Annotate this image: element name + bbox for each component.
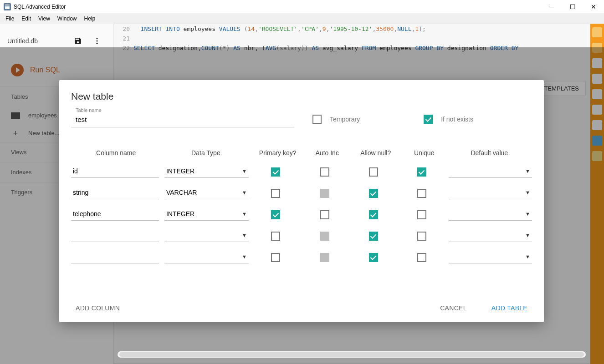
header-column-name: Column name bbox=[71, 149, 161, 157]
default-value-select[interactable] bbox=[449, 166, 532, 178]
data-type-select[interactable] bbox=[164, 251, 249, 263]
unique-checkbox[interactable] bbox=[417, 210, 426, 219]
header-unique: Unique bbox=[402, 149, 447, 157]
primary-key-checkbox[interactable] bbox=[271, 210, 280, 219]
header-primary-key: Primary key? bbox=[251, 149, 305, 157]
window-maximize-button[interactable]: ☐ bbox=[562, 0, 583, 14]
temporary-label: Temporary bbox=[330, 116, 360, 123]
primary-key-checkbox[interactable] bbox=[271, 232, 280, 241]
primary-key-checkbox[interactable] bbox=[271, 253, 280, 262]
data-type-select[interactable] bbox=[164, 208, 249, 221]
unique-checkbox[interactable] bbox=[417, 189, 426, 198]
menu-help[interactable]: Help bbox=[81, 15, 99, 22]
auto-inc-checkbox[interactable] bbox=[320, 167, 329, 177]
column-row: ▼▼ bbox=[71, 166, 532, 178]
primary-key-checkbox[interactable] bbox=[271, 189, 280, 198]
menu-bar: File Edit View Window Help bbox=[0, 14, 604, 24]
code-line-21 bbox=[133, 34, 590, 43]
svg-point-0 bbox=[97, 38, 98, 39]
work-area: Untitled.db Run SQL Tables employees + N… bbox=[0, 24, 604, 364]
header-auto-inc: Auto Inc bbox=[305, 149, 350, 157]
if-not-exists-label: If not exists bbox=[441, 116, 473, 123]
database-name: Untitled.db bbox=[5, 37, 72, 45]
add-table-button[interactable]: ADD TABLE bbox=[487, 301, 532, 315]
column-row: ▼▼ bbox=[71, 208, 532, 221]
window-controls: ─ ☐ ✕ bbox=[541, 0, 604, 14]
dialog-title: New table bbox=[71, 91, 532, 102]
gutter-line: 21 bbox=[113, 34, 130, 43]
temporary-checkbox[interactable] bbox=[312, 115, 322, 124]
window-minimize-button[interactable]: ─ bbox=[541, 0, 562, 14]
window-close-button[interactable]: ✕ bbox=[583, 0, 604, 14]
default-value-select[interactable] bbox=[449, 208, 532, 221]
column-row: ▼▼ bbox=[71, 230, 532, 242]
save-icon[interactable] bbox=[72, 35, 83, 46]
column-row: ▼▼ bbox=[71, 187, 532, 199]
column-row: ▼▼ bbox=[71, 251, 532, 263]
unique-checkbox[interactable] bbox=[417, 253, 426, 262]
primary-key-checkbox[interactable] bbox=[271, 167, 280, 177]
auto-inc-checkbox bbox=[320, 189, 329, 198]
window-title: SQL Advanced Editor bbox=[14, 4, 541, 10]
auto-inc-checkbox bbox=[320, 232, 329, 241]
add-column-button[interactable]: ADD COLUMN bbox=[71, 301, 124, 315]
column-name-input[interactable] bbox=[71, 166, 159, 178]
app-icon bbox=[4, 3, 11, 10]
header-allow-null: Allow null? bbox=[350, 149, 402, 157]
unique-checkbox[interactable] bbox=[417, 232, 426, 241]
menu-window[interactable]: Window bbox=[54, 15, 81, 22]
column-name-input[interactable] bbox=[71, 187, 159, 199]
auto-inc-checkbox[interactable] bbox=[320, 210, 329, 219]
new-table-dialog: New table Table name Temporary If not ex… bbox=[59, 80, 544, 322]
auto-inc-checkbox bbox=[320, 253, 329, 262]
allow-null-checkbox[interactable] bbox=[369, 253, 378, 262]
allow-null-checkbox[interactable] bbox=[369, 232, 378, 241]
cancel-button[interactable]: CANCEL bbox=[435, 301, 471, 315]
svg-point-2 bbox=[97, 43, 98, 44]
unique-checkbox[interactable] bbox=[417, 167, 426, 177]
default-value-select[interactable] bbox=[449, 230, 532, 242]
more-icon[interactable] bbox=[92, 35, 102, 46]
gutter-line: 20 bbox=[113, 24, 130, 34]
allow-null-checkbox[interactable] bbox=[369, 189, 378, 198]
svg-point-1 bbox=[97, 40, 98, 42]
code-line-20: INSERT INTO employees VALUES (14,'ROOSEV… bbox=[133, 24, 590, 34]
menu-view[interactable]: View bbox=[35, 15, 54, 22]
data-type-select[interactable] bbox=[164, 187, 249, 199]
table-name-label: Table name bbox=[71, 107, 294, 113]
column-name-input[interactable] bbox=[71, 251, 159, 263]
header-default-value: Default value bbox=[447, 149, 532, 157]
menu-file[interactable]: File bbox=[2, 15, 18, 22]
menu-edit[interactable]: Edit bbox=[18, 15, 35, 22]
if-not-exists-checkbox[interactable] bbox=[424, 115, 433, 124]
column-name-input[interactable] bbox=[71, 208, 159, 221]
editor-horizontal-scrollbar[interactable] bbox=[118, 351, 586, 358]
column-name-input[interactable] bbox=[71, 230, 159, 242]
default-value-select[interactable] bbox=[449, 187, 532, 199]
scrollbar-thumb[interactable] bbox=[119, 352, 584, 357]
dialog-actions: ADD COLUMN CANCEL ADD TABLE bbox=[59, 294, 544, 322]
window-titlebar: SQL Advanced Editor ─ ☐ ✕ bbox=[0, 0, 604, 14]
allow-null-checkbox[interactable] bbox=[369, 210, 378, 219]
allow-null-checkbox[interactable] bbox=[369, 167, 378, 177]
undo-icon[interactable] bbox=[592, 27, 602, 37]
default-value-select[interactable] bbox=[449, 251, 532, 263]
data-type-select[interactable] bbox=[164, 230, 249, 242]
columns-header-row: Column name Data Type Primary key? Auto … bbox=[71, 149, 532, 157]
data-type-select[interactable] bbox=[164, 166, 249, 178]
table-name-input[interactable] bbox=[71, 113, 294, 127]
header-data-type: Data Type bbox=[161, 149, 251, 157]
